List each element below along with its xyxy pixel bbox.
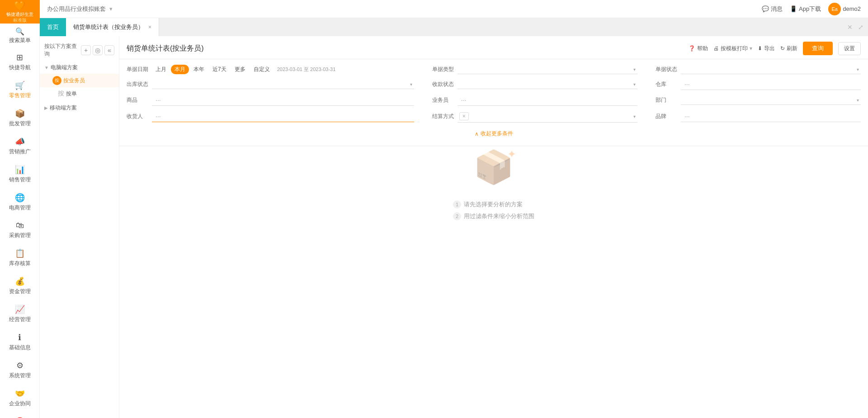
- app-download-button[interactable]: 📱 App下载: [790, 5, 821, 13]
- quick-nav-icon: ⊞: [16, 52, 23, 62]
- date-tab-7days[interactable]: 近7天: [209, 65, 230, 74]
- tip-text-2: 用过滤条件来缩小分析范围: [464, 210, 534, 222]
- settings-button[interactable]: 设置: [838, 42, 861, 55]
- product-control[interactable]: ···: [152, 95, 414, 106]
- sidebar-item-marketing[interactable]: 📣 营销推广: [0, 132, 40, 160]
- sidebar-item-quick-nav[interactable]: ⊞ 快捷导航: [0, 48, 40, 76]
- tab-active[interactable]: 销货单统计表（按业务员） ×: [66, 18, 159, 36]
- export-icon: ⬇: [758, 45, 762, 52]
- department-arrow: ▾: [857, 98, 859, 103]
- sidebar-item-finance[interactable]: 💰 资金管理: [0, 272, 40, 300]
- date-tab-last-month[interactable]: 上月: [152, 65, 170, 74]
- date-tab-more[interactable]: 更多: [231, 65, 249, 74]
- salesperson-control[interactable]: ···: [458, 95, 637, 106]
- brand-select[interactable]: ···: [681, 111, 861, 122]
- sidebar-item-system[interactable]: ⚙ 系统管理: [0, 356, 40, 384]
- tab-active-label: 销货单统计表（按业务员）: [73, 23, 144, 31]
- out-status-select[interactable]: ▾: [152, 80, 414, 89]
- tree-desktop-parent[interactable]: ▼ 电脑端方案: [40, 62, 119, 74]
- sidebar-item-sales[interactable]: 📊 销售管理: [0, 160, 40, 188]
- sidebar-item-label: 经营管理: [9, 316, 31, 323]
- refresh-button[interactable]: ↻ 刷新: [780, 45, 797, 52]
- header-left: 办公用品行业模拟账套 ▾: [47, 5, 113, 13]
- message-button[interactable]: 💬 消息: [762, 5, 783, 13]
- sidebar-item-retail[interactable]: 🛒 零售管理: [0, 76, 40, 104]
- sidebar-item-basic[interactable]: ℹ 基础信息: [0, 328, 40, 356]
- collapse-panel-button[interactable]: «: [104, 45, 114, 55]
- sidebar-item-enterprise[interactable]: 🤝 企业协同: [0, 384, 40, 412]
- salesperson-label: 业务员: [432, 96, 458, 104]
- doc-type-select[interactable]: ▾: [458, 65, 637, 74]
- out-status-control[interactable]: ▾: [152, 80, 414, 89]
- sidebar-search[interactable]: 🔍 搜索菜单: [9, 24, 31, 48]
- app-download-icon: 📱: [790, 5, 797, 12]
- sidebar-item-operations[interactable]: 📈 经营管理: [0, 300, 40, 328]
- add-scheme-button[interactable]: +: [81, 45, 91, 55]
- tree-sub-order[interactable]: 按 按单: [40, 87, 119, 100]
- left-panel-title: 按以下方案查询: [44, 43, 81, 58]
- department-control[interactable]: ▾: [681, 96, 861, 105]
- payment-status-control[interactable]: ▾: [458, 80, 637, 89]
- settlement-select[interactable]: × ▾: [458, 110, 637, 123]
- settlement-control[interactable]: × ▾: [458, 110, 637, 123]
- tree-mobile-parent[interactable]: ▶ 移动端方案: [40, 102, 119, 114]
- date-tab-this-month[interactable]: 本月: [171, 65, 189, 74]
- empty-tip-2: 2 用过滤条件来缩小分析范围: [453, 210, 534, 222]
- warehouse-select[interactable]: ···: [681, 79, 861, 90]
- filter-date: 单据日期 上月 本月 本年 近7天 更多 自定义: [127, 65, 414, 74]
- refresh-label: 刷新: [787, 45, 797, 52]
- filter-brand: 品牌 ···: [656, 111, 861, 122]
- product-select[interactable]: ···: [152, 95, 414, 106]
- date-picker-group: 上月 本月 本年 近7天 更多 自定义 2023-03-01 至 2023-03…: [152, 65, 414, 74]
- doc-status-arrow: ▾: [857, 67, 859, 72]
- consignee-control[interactable]: ···: [152, 111, 414, 122]
- doc-type-control[interactable]: ▾: [458, 65, 637, 74]
- query-button[interactable]: 查询: [803, 42, 833, 55]
- date-tab-custom[interactable]: 自定义: [250, 65, 274, 74]
- sidebar-item-newbie[interactable]: 🎯 新手引导: [0, 412, 40, 418]
- consignee-dots[interactable]: ···: [154, 113, 163, 120]
- date-tab-this-year[interactable]: 本年: [190, 65, 208, 74]
- window-close-button[interactable]: ✕: [846, 24, 854, 31]
- brand-dots[interactable]: ···: [683, 113, 692, 120]
- consignee-select[interactable]: ···: [152, 111, 414, 122]
- template-print-button[interactable]: 🖨 按模板打印 ▾: [713, 45, 752, 52]
- empty-tips: 1 请先选择要分析的方案 2 用过滤条件来缩小分析范围: [453, 199, 534, 222]
- retail-icon: 🛒: [15, 81, 25, 90]
- salesperson-dots[interactable]: ···: [459, 96, 468, 104]
- warehouse-control[interactable]: ···: [681, 79, 861, 90]
- brand-control[interactable]: ···: [681, 111, 861, 122]
- sidebar-item-ecommerce[interactable]: 🌐 电商管理: [0, 188, 40, 216]
- sidebar-item-label: 系统管理: [9, 372, 31, 380]
- doc-status-select[interactable]: ▾: [681, 65, 861, 74]
- app-download-label: App下载: [799, 5, 821, 13]
- tree-child-salesperson[interactable]: 按 按业务员: [40, 74, 119, 87]
- export-button[interactable]: ⬇ 导出: [758, 45, 775, 52]
- help-button[interactable]: ❓ 帮助: [689, 45, 708, 52]
- product-dots[interactable]: ···: [154, 96, 163, 104]
- collapse-icon: ∧: [475, 131, 479, 137]
- payment-status-select[interactable]: ▾: [458, 80, 637, 89]
- tree-active-dot: 按: [52, 76, 61, 85]
- print-icon: 🖨: [713, 45, 719, 52]
- salesperson-select[interactable]: ···: [458, 95, 637, 106]
- department-label: 部门: [656, 96, 681, 104]
- tab-close-button[interactable]: ×: [148, 24, 151, 30]
- empty-illustration: 📦 ✦: [471, 148, 516, 193]
- sidebar-item-purchase[interactable]: 🛍 采购管理: [0, 216, 40, 244]
- collapse-bar[interactable]: ∧ 收起更多条件: [127, 127, 861, 140]
- sidebar-item-inventory[interactable]: 📋 库存核算: [0, 244, 40, 272]
- sidebar-item-wholesale[interactable]: 📦 批发管理: [0, 104, 40, 132]
- warehouse-dots[interactable]: ···: [683, 81, 692, 88]
- doc-status-control[interactable]: ▾: [681, 65, 861, 74]
- settlement-tag-close[interactable]: ×: [462, 113, 466, 119]
- header-dropdown-arrow[interactable]: ▾: [109, 5, 113, 12]
- filter-out-status: 出库状态 ▾: [127, 80, 414, 89]
- settings-scheme-button[interactable]: ◎: [93, 45, 103, 55]
- tab-home[interactable]: 首页: [40, 18, 66, 36]
- user-profile[interactable]: Ea demo2: [828, 3, 861, 15]
- window-maximize-button[interactable]: ⤢: [857, 24, 864, 31]
- tree-desktop-arrow: ▼: [44, 65, 49, 70]
- department-select[interactable]: ▾: [681, 96, 861, 105]
- sidebar-item-label: 库存核算: [9, 260, 31, 267]
